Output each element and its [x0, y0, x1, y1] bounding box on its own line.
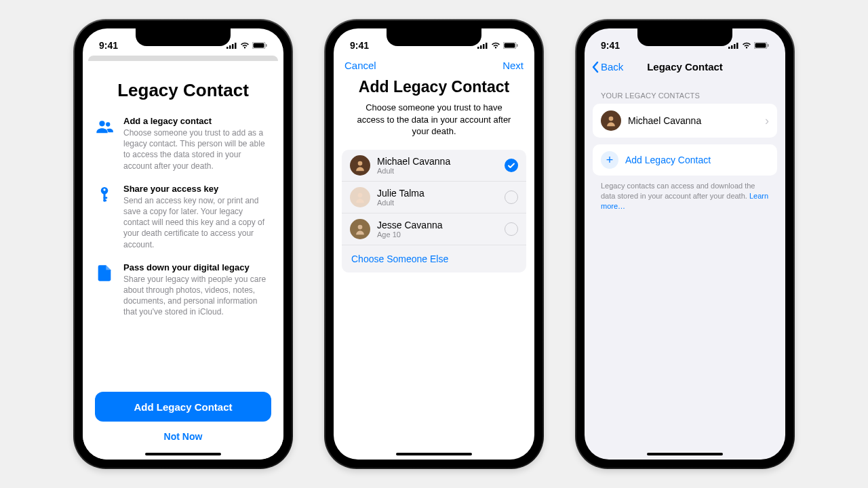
- footnote-text: Legacy contacts can access and download …: [601, 182, 755, 200]
- signal-icon: [728, 42, 739, 49]
- chevron-right-icon: ›: [765, 114, 769, 128]
- contact-row[interactable]: Michael Cavanna ›: [593, 104, 777, 138]
- radio-empty-icon: [505, 190, 518, 204]
- svg-rect-15: [480, 45, 482, 49]
- page-title: Legacy Contact: [95, 80, 271, 101]
- person-name: Julie Talma: [377, 188, 498, 199]
- phone-settings: 9:41 Back Legacy Contact Your Legacy Con…: [576, 20, 793, 468]
- avatar: [350, 187, 370, 207]
- choose-someone-else-button[interactable]: Choose Someone Else: [342, 245, 526, 272]
- avatar: [601, 110, 621, 131]
- svg-rect-6: [266, 44, 267, 47]
- person-row[interactable]: Michael Cavanna Adult: [342, 150, 526, 182]
- chevron-left-icon: [591, 61, 599, 73]
- add-legacy-contact-button[interactable]: Add Legacy Contact: [95, 392, 271, 422]
- person-sub: Adult: [377, 167, 498, 175]
- avatar: [350, 155, 370, 176]
- svg-rect-27: [736, 43, 738, 49]
- cancel-button[interactable]: Cancel: [344, 60, 376, 71]
- svg-rect-26: [734, 44, 736, 49]
- phone-choose: 9:41 Cancel Next Add Legacy Contact Choo…: [326, 20, 542, 468]
- back-button[interactable]: Back: [591, 61, 623, 73]
- sheet-background: [88, 56, 278, 61]
- signal-icon: [477, 42, 488, 49]
- svg-rect-14: [477, 47, 479, 49]
- avatar: [350, 219, 370, 239]
- svg-rect-25: [731, 45, 733, 49]
- svg-point-31: [609, 117, 614, 121]
- svg-rect-1: [229, 45, 231, 49]
- back-label: Back: [601, 61, 623, 73]
- svg-rect-0: [226, 47, 229, 49]
- status-icons: [477, 42, 518, 49]
- feature-title: Share your access key: [123, 184, 271, 194]
- notch: [637, 28, 732, 46]
- page-subtitle: Choose someone you trust to have access …: [334, 102, 534, 138]
- status-time: 9:41: [99, 40, 118, 51]
- battery-icon: [754, 42, 769, 49]
- notch: [136, 28, 231, 46]
- svg-point-21: [358, 161, 363, 165]
- signal-icon: [226, 42, 237, 49]
- svg-point-23: [358, 224, 363, 229]
- svg-rect-2: [232, 44, 234, 49]
- feature-desc: Share your legacy with people you care a…: [123, 274, 271, 318]
- page-title: Add Legacy Contact: [334, 78, 534, 96]
- feature-share-key: Share your access key Send an access key…: [95, 184, 271, 250]
- notch: [387, 28, 481, 46]
- svg-rect-12: [103, 197, 107, 199]
- svg-rect-20: [517, 44, 518, 47]
- svg-rect-30: [768, 44, 769, 47]
- footnote: Legacy contacts can access and download …: [585, 176, 785, 217]
- people-icon: [95, 117, 114, 171]
- person-row[interactable]: Jesse Cavanna Age 10: [342, 214, 526, 245]
- svg-rect-3: [235, 43, 237, 49]
- svg-point-10: [103, 188, 105, 190]
- svg-point-8: [106, 122, 110, 126]
- document-icon: [95, 264, 114, 318]
- feature-digital-legacy: Pass down your digital legacy Share your…: [95, 262, 271, 318]
- people-list: Michael Cavanna Adult Julie Talma Adult: [342, 150, 526, 272]
- checkmark-icon: [505, 159, 518, 172]
- feature-desc: Send an access key now, or print and sav…: [123, 195, 271, 250]
- person-sub: Adult: [377, 199, 498, 207]
- home-indicator[interactable]: [647, 453, 723, 455]
- section-header: Your Legacy Contacts: [585, 77, 785, 104]
- home-indicator[interactable]: [145, 453, 221, 455]
- svg-rect-29: [755, 43, 766, 48]
- svg-rect-24: [728, 47, 730, 49]
- battery-icon: [252, 42, 267, 49]
- feature-add-contact: Add a legacy contact Choose someone you …: [95, 116, 271, 171]
- person-sub: Age 10: [377, 230, 498, 239]
- contacts-list: Michael Cavanna ›: [593, 104, 777, 138]
- svg-rect-13: [103, 199, 106, 201]
- radio-empty-icon: [505, 222, 518, 236]
- wifi-icon: [742, 42, 751, 49]
- feature-title: Add a legacy contact: [123, 116, 271, 126]
- contact-name: Michael Cavanna: [628, 115, 758, 126]
- add-legacy-contact-row[interactable]: + Add Legacy Contact: [593, 144, 777, 176]
- feature-desc: Choose someone you trust to add as a leg…: [123, 127, 271, 171]
- status-icons: [728, 42, 769, 49]
- svg-rect-5: [254, 43, 264, 48]
- status-icons: [226, 42, 267, 49]
- next-button[interactable]: Next: [502, 60, 524, 71]
- svg-rect-17: [486, 43, 488, 49]
- navigation-bar: Cancel Next: [334, 56, 534, 71]
- status-time: 9:41: [350, 40, 369, 51]
- svg-point-22: [358, 192, 363, 197]
- feature-title: Pass down your digital legacy: [123, 262, 271, 272]
- home-indicator[interactable]: [396, 453, 472, 455]
- add-legacy-contact-label: Add Legacy Contact: [625, 155, 711, 165]
- phone-intro: 9:41 Legacy Contact Add a legacy contact…: [75, 20, 292, 468]
- svg-rect-19: [505, 43, 515, 48]
- person-row[interactable]: Julie Talma Adult: [342, 182, 526, 214]
- plus-icon: +: [601, 151, 618, 169]
- status-time: 9:41: [601, 40, 620, 51]
- add-contact-list: + Add Legacy Contact: [593, 144, 777, 176]
- nav-title: Legacy Contact: [647, 61, 723, 73]
- wifi-icon: [240, 42, 250, 49]
- person-name: Michael Cavanna: [377, 156, 498, 167]
- wifi-icon: [491, 42, 500, 49]
- svg-rect-16: [483, 44, 485, 49]
